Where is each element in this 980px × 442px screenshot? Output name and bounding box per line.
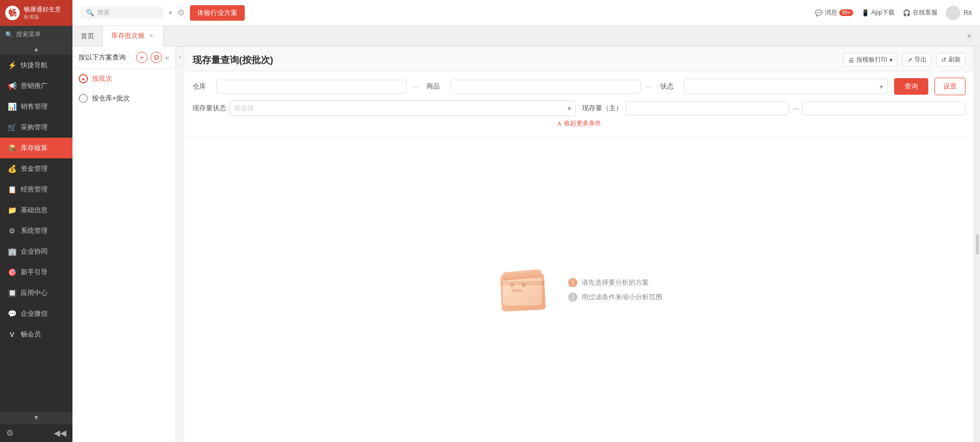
topbar: 🔍 搜索 ▾ ⚙ 体验行业方案 💬 消息 99+ 📱 App下载 🎧 在线客服 xyxy=(72,0,980,26)
tab-close-btn[interactable]: × xyxy=(148,32,155,40)
warehouse-more[interactable]: ··· xyxy=(410,82,420,91)
export-btn[interactable]: ↗ 导出 xyxy=(902,53,931,67)
footer-collapse-icon[interactable]: ◀◀ xyxy=(54,428,66,438)
warehouse-input[interactable] xyxy=(216,80,407,94)
warehouse-batch-item-label: 按仓库+批次 xyxy=(92,94,130,103)
filter-add-btn[interactable]: + xyxy=(136,52,147,63)
status-select-placeholder xyxy=(689,82,695,91)
scroll-up-btn[interactable]: ▲ xyxy=(0,43,72,55)
app-download-btn[interactable]: 📱 App下载 xyxy=(862,8,895,17)
sidebar-item-operations[interactable]: 📋 经营管理 xyxy=(0,179,72,200)
status-field: 状态 ▾ xyxy=(660,79,888,94)
newbie-icon: 🎯 xyxy=(7,268,17,277)
sidebar-item-apps[interactable]: 🔲 应用中心 xyxy=(0,283,72,303)
filter-panel-title: 按以下方案查询 xyxy=(79,53,126,62)
logo-icon: 畅 xyxy=(8,8,17,19)
collapse-more-btn[interactable]: ∧ 收起更多条件 xyxy=(192,116,966,131)
sidebar-item-newbie[interactable]: 🎯 新手引导 xyxy=(0,262,72,283)
home-tab-label: 首页 xyxy=(81,32,94,41)
sidebar-brand: 畅康通好生意 标准版 xyxy=(24,5,61,21)
sidebar: 畅 畅康通好生意 标准版 🔍 搜索菜单 ▲ ⚡ 快捷导航 📢 营销推广 📊 销售… xyxy=(0,0,72,442)
tab-home[interactable]: 首页 xyxy=(72,26,103,46)
stock-status-select[interactable]: 请选择 ▾ xyxy=(229,100,576,116)
content-area: 按以下方案查询 + ⚙ « ● 按批次 ○ 按仓库+批次 « 现存量查询 xyxy=(72,47,980,442)
page-title: 现存量查询(按批次) xyxy=(192,54,273,66)
topbar-search-text: 搜索 xyxy=(97,8,110,17)
page-actions: 🖨 按模板打印 ▾ ↗ 导出 ↺ 刷新 xyxy=(843,53,966,67)
filter-item-by-batch[interactable]: ● 按批次 xyxy=(72,69,175,89)
inventory-icon: 📦 xyxy=(7,143,17,153)
refresh-btn[interactable]: ↺ 刷新 xyxy=(937,53,966,67)
basic-icon: 📁 xyxy=(7,205,17,215)
topbar-gear[interactable]: ⚙ xyxy=(177,8,185,18)
print-chevron: ▾ xyxy=(889,56,893,64)
status-chevron-icon: ▾ xyxy=(880,83,883,91)
messages-label: 消息 xyxy=(825,8,837,17)
sidebar-item-inventory[interactable]: 📦 库存核算 xyxy=(0,138,72,158)
stock-status-placeholder: 请选择 xyxy=(234,104,254,113)
product-more[interactable]: ··· xyxy=(644,82,654,91)
stock-qty-min-input[interactable] xyxy=(626,101,789,115)
filter-collapse-btn[interactable]: « xyxy=(165,53,169,62)
query-btn[interactable]: 查询 xyxy=(894,78,928,95)
topbar-chevron[interactable]: ▾ xyxy=(169,9,172,17)
export-label: 导出 xyxy=(914,55,927,64)
sidebar-nav: ⚡ 快捷导航 📢 营销推广 📊 销售管理 🛒 采购管理 📦 库存核算 💰 资金管… xyxy=(0,55,72,412)
product-input[interactable] xyxy=(450,80,641,94)
online-service-btn[interactable]: 🎧 在线客服 xyxy=(903,8,938,17)
sidebar-item-enterprise[interactable]: 🏢 企业协同 xyxy=(0,241,72,262)
finance-icon: 💰 xyxy=(7,164,17,173)
main-area: 🔍 搜索 ▾ ⚙ 体验行业方案 💬 消息 99+ 📱 App下载 🎧 在线客服 xyxy=(72,0,980,442)
panel-collapse-handle[interactable]: « xyxy=(176,47,184,67)
sidebar-item-vip[interactable]: V 畅会员 xyxy=(0,324,72,345)
product-label: 商品 xyxy=(426,82,447,91)
hint1-num: 1 xyxy=(568,278,577,287)
scroll-down-btn[interactable]: ▼ xyxy=(0,412,72,423)
product-field: 商品 ··· xyxy=(426,80,654,94)
wechat-icon: 💬 xyxy=(7,309,17,318)
export-icon: ↗ xyxy=(907,56,912,64)
sidebar-header: 畅 畅康通好生意 标准版 xyxy=(0,0,72,26)
global-close-btn[interactable]: × xyxy=(967,32,972,41)
footer-settings-icon[interactable]: ⚙ xyxy=(6,428,13,438)
sidebar-item-basic[interactable]: 📁 基础信息 xyxy=(0,200,72,220)
purchase-icon: 🛒 xyxy=(7,123,17,132)
sidebar-item-sales[interactable]: 📊 销售管理 xyxy=(0,96,72,117)
empty-illustration xyxy=(496,261,553,318)
stock-qty-label: 现存量（主） xyxy=(582,104,622,113)
topbar-right: 💬 消息 99+ 📱 App下载 🎧 在线客服 Rit xyxy=(815,6,972,20)
hint2-num: 2 xyxy=(568,292,577,302)
filter-item-by-warehouse-batch[interactable]: ○ 按仓库+批次 xyxy=(72,89,175,108)
sidebar-logo: 畅 xyxy=(5,6,20,20)
empty-hint-1: 1 请先选择要分析的方案 xyxy=(568,278,662,287)
sidebar-footer: ⚙ ◀◀ xyxy=(0,423,72,442)
user-area[interactable]: Rit xyxy=(946,6,972,20)
topbar-search[interactable]: 🔍 搜索 xyxy=(81,6,164,19)
form-settings-btn[interactable]: 设置 xyxy=(934,78,966,95)
app-download-label: App下载 xyxy=(871,8,895,17)
stock-status-chevron: ▾ xyxy=(568,105,571,112)
print-label: 按模板打印 xyxy=(856,55,887,64)
active-tab-label: 库存批次账 xyxy=(111,31,145,40)
sidebar-search[interactable]: 🔍 搜索菜单 xyxy=(0,26,72,43)
hint2-text: 用过滤条件来缩小分析范围 xyxy=(582,292,662,302)
user-avatar xyxy=(946,6,960,20)
sidebar-item-system[interactable]: ⚙ 系统管理 xyxy=(0,220,72,241)
sidebar-item-quicknav[interactable]: ⚡ 快捷导航 xyxy=(0,55,72,76)
filter-settings-btn[interactable]: ⚙ xyxy=(151,52,162,63)
stock-qty-max-input[interactable] xyxy=(802,101,966,115)
main-panel: 现存量查询(按批次) 🖨 按模板打印 ▾ ↗ 导出 ↺ 刷新 xyxy=(184,47,974,442)
sidebar-item-marketing[interactable]: 📢 营销推广 xyxy=(0,76,72,96)
vip-icon: V xyxy=(7,330,17,339)
sidebar-item-wechat[interactable]: 💬 企业微信 xyxy=(0,303,72,324)
vip-label: 畅会员 xyxy=(21,330,41,339)
experience-btn[interactable]: 体验行业方案 xyxy=(190,5,245,21)
sidebar-item-purchase[interactable]: 🛒 采购管理 xyxy=(0,117,72,138)
query-row-2: 现存量状态 请选择 ▾ 现存量（主） — xyxy=(192,100,966,116)
print-btn[interactable]: 🖨 按模板打印 ▾ xyxy=(843,53,897,67)
sidebar-item-finance[interactable]: 💰 资金管理 xyxy=(0,158,72,179)
status-select[interactable]: ▾ xyxy=(684,79,888,94)
messages-btn[interactable]: 💬 消息 99+ xyxy=(815,8,853,17)
tab-inventory-batch[interactable]: 库存批次账 × xyxy=(103,26,164,47)
right-scrollbar[interactable] xyxy=(974,47,980,442)
